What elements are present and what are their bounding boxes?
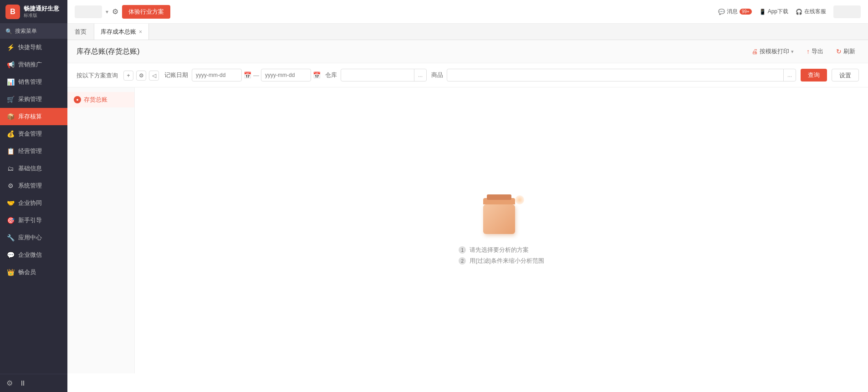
- page-header: 库存总账(存货总账) 🖨 按模板打印 ▾ ↑ 导出 ↻ 刷新: [67, 40, 868, 63]
- tab-home[interactable]: 首页: [67, 24, 94, 40]
- trial-button[interactable]: 体验行业方案: [122, 5, 170, 19]
- product-more-button[interactable]: ...: [783, 69, 796, 81]
- app-download-button[interactable]: 📱 App下载: [759, 8, 788, 15]
- ledger-item-icon: ●: [74, 96, 81, 103]
- sidebar-item-label: 营销推广: [18, 61, 42, 69]
- finance-icon: 💰: [6, 130, 15, 137]
- sidebar-item-inventory[interactable]: 📦 库存核算: [0, 108, 67, 125]
- date-start-input[interactable]: [192, 69, 242, 81]
- sidebar: B 畅捷通好生意 标准版 🔍 搜索菜单 ⚡ 快捷导航 📢 营销推广 📊 销售管理…: [0, 0, 67, 392]
- chevron-down-icon[interactable]: ▾: [106, 9, 108, 15]
- sidebar-item-purchase[interactable]: 🛒 采购管理: [0, 91, 67, 108]
- tip-text-1: 请先选择要分析的方案: [470, 246, 529, 254]
- sidebar-item-label: 企业微信: [18, 251, 42, 259]
- refresh-button[interactable]: ↻ 刷新: [832, 46, 859, 57]
- footer-settings-icon[interactable]: ⚙: [6, 379, 13, 387]
- sidebar-item-label: 新手引导: [18, 216, 42, 224]
- topbar-settings-icon[interactable]: ⚙: [112, 7, 118, 16]
- sidebar-item-member[interactable]: 👑 畅会员: [0, 264, 67, 281]
- warehouse-label: 仓库: [325, 71, 337, 79]
- sidebar-item-operations[interactable]: 📋 经营管理: [0, 143, 67, 160]
- refresh-icon: ↻: [836, 48, 842, 55]
- export-icon: ↑: [807, 48, 810, 55]
- inventory-ledger-item[interactable]: ● 存货总账: [67, 92, 134, 107]
- sidebar-item-app-center[interactable]: 🔧 应用中心: [0, 229, 67, 246]
- message-badge: 99+: [740, 9, 752, 15]
- empty-shine-graphic: [515, 195, 524, 204]
- print-icon: 🖨: [751, 48, 758, 55]
- content-area: ● 存货总账 1 请先选择要分析的方案: [67, 87, 868, 373]
- print-chevron-icon[interactable]: ▾: [791, 49, 794, 55]
- app-logo: B 畅捷通好生意 标准版: [0, 0, 67, 24]
- sidebar-item-wechat[interactable]: 💬 企业微信: [0, 246, 67, 264]
- settings-button[interactable]: 设置: [832, 69, 859, 81]
- sales-icon: 📊: [6, 78, 15, 86]
- logo-icon: B: [5, 5, 20, 19]
- member-icon: 👑: [6, 269, 15, 276]
- sidebar-item-label: 库存核算: [18, 112, 42, 121]
- sidebar-item-system[interactable]: ⚙ 系统管理: [0, 177, 67, 194]
- empty-tips: 1 请先选择要分析的方案 2 用[过滤]条件来缩小分析范围: [459, 246, 544, 268]
- system-icon: ⚙: [6, 182, 15, 189]
- topbar-right: 💬 消息 99+ 📱 App下载 🎧 在线客服: [718, 5, 861, 18]
- sidebar-item-label: 经营管理: [18, 147, 42, 155]
- sidebar-item-sales[interactable]: 📊 销售管理: [0, 73, 67, 91]
- sidebar-item-label: 畅会员: [18, 268, 36, 276]
- warehouse-input[interactable]: [341, 70, 414, 80]
- tip-num-1: 1: [459, 246, 466, 254]
- sidebar-item-quick-nav[interactable]: ⚡ 快捷导航: [0, 39, 67, 56]
- tab-inventory-ledger[interactable]: 库存成本总账 ×: [94, 24, 149, 40]
- page-title: 库存总账(存货总账): [77, 47, 140, 56]
- export-label: 导出: [812, 47, 823, 56]
- product-label: 商品: [431, 71, 443, 79]
- topbar-nav: ▾ ⚙ 体验行业方案: [75, 5, 715, 19]
- tab-close-icon[interactable]: ×: [139, 29, 142, 35]
- user-avatar[interactable]: [833, 5, 861, 18]
- sidebar-item-marketing[interactable]: 📢 营销推广: [0, 56, 67, 73]
- date-end-calendar-icon[interactable]: 📅: [313, 71, 321, 79]
- tip-num-2: 2: [459, 257, 466, 265]
- product-input[interactable]: [447, 70, 783, 80]
- date-separator: —: [253, 72, 259, 79]
- product-filter-row: 商品 ...: [431, 69, 796, 81]
- print-template-button[interactable]: 🖨 按模板打印 ▾: [748, 46, 797, 57]
- topbar: ▾ ⚙ 体验行业方案 💬 消息 99+ 📱 App下载 🎧 在线客服: [67, 0, 868, 24]
- sidebar-item-label: 采购管理: [18, 95, 42, 103]
- guide-icon: 🎯: [6, 217, 15, 224]
- sidebar-item-finance[interactable]: 💰 资金管理: [0, 125, 67, 143]
- filter-collapse-button[interactable]: ◁: [149, 71, 159, 81]
- query-button[interactable]: 查询: [801, 69, 827, 81]
- sidebar-item-basic-info[interactable]: 🗂 基础信息: [0, 160, 67, 177]
- filter-add-button[interactable]: +: [123, 71, 133, 81]
- app-center-icon: 🔧: [6, 234, 15, 241]
- settings-small-icon: ⚙: [139, 72, 144, 79]
- warehouse-filter-row: 仓库 ...: [325, 69, 427, 81]
- headset-icon: 🎧: [796, 9, 802, 15]
- date-input-wrap: 📅 — 📅: [192, 69, 321, 81]
- filter-label: 按以下方案查询: [77, 69, 118, 80]
- date-label: 记账日期: [164, 71, 188, 79]
- footer-audio-icon[interactable]: ⏸: [19, 379, 26, 387]
- export-button[interactable]: ↑ 导出: [803, 46, 827, 57]
- topbar-user-preview: [75, 5, 102, 18]
- search-menu[interactable]: 🔍 搜索菜单: [0, 24, 67, 39]
- filter-fields: 记账日期 📅 — 📅 仓库 ...: [164, 69, 859, 81]
- date-end-input[interactable]: [261, 69, 311, 81]
- empty-illustration: [474, 193, 529, 239]
- search-menu-label: 搜索菜单: [15, 27, 37, 35]
- sidebar-item-enterprise[interactable]: 🤝 企业协同: [0, 194, 67, 212]
- purchase-icon: 🛒: [6, 96, 15, 103]
- filter-actions: + ⚙ ◁: [123, 69, 159, 81]
- empty-tip-1: 1 请先选择要分析的方案: [459, 246, 544, 254]
- sidebar-item-label: 应用中心: [18, 234, 42, 242]
- date-filter-row: 记账日期 📅 — 📅: [164, 69, 321, 81]
- wechat-icon: 💬: [6, 251, 15, 259]
- filter-settings-button[interactable]: ⚙: [136, 71, 146, 81]
- empty-tip-2: 2 用[过滤]条件来缩小分析范围: [459, 257, 544, 265]
- online-service-button[interactable]: 🎧 在线客服: [796, 8, 826, 15]
- date-start-calendar-icon[interactable]: 📅: [244, 71, 251, 79]
- message-button[interactable]: 💬 消息 99+: [718, 8, 752, 15]
- warehouse-more-button[interactable]: ...: [414, 69, 426, 81]
- inventory-icon: 📦: [6, 113, 15, 120]
- sidebar-item-guide[interactable]: 🎯 新手引导: [0, 212, 67, 229]
